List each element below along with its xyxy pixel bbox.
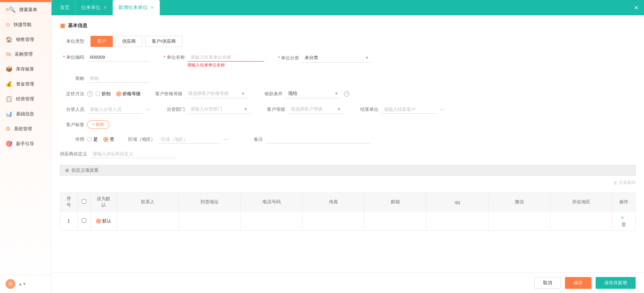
tab-home[interactable]: 首页 <box>54 0 76 15</box>
unit-name-input[interactable] <box>188 53 264 62</box>
cancel-button[interactable]: 取消 <box>534 277 561 289</box>
disabled-no[interactable]: 否 <box>103 136 114 143</box>
manager-more-icon[interactable]: ··· <box>146 106 150 113</box>
contact-input[interactable] <box>121 218 174 223</box>
sidebar-label-quick-nav: 快捷导航 <box>14 22 32 28</box>
email-input[interactable] <box>369 218 422 223</box>
row-qq[interactable] <box>426 211 488 231</box>
payment-terms-field: 收款条件 现结 ▼ ? <box>262 89 350 98</box>
sidebar-item-guide[interactable]: 🎯 新手引导 <box>0 136 51 151</box>
row-address[interactable] <box>179 211 241 231</box>
sidebar-item-finance[interactable]: 💰 资金管理 <box>0 76 51 91</box>
add-tag-button[interactable]: + 标签 <box>87 120 109 129</box>
delete-row-icon[interactable]: 🗑 <box>621 221 627 227</box>
sidebar-item-quick-nav[interactable]: ⊙ 快捷导航 <box>0 17 51 32</box>
section-title-basic-info: ▣ 基本信息 <box>60 22 636 29</box>
unit-name-input-wrap <box>188 53 264 62</box>
qq-input[interactable] <box>431 218 484 223</box>
address-input[interactable] <box>183 218 236 223</box>
yes-label: 是 <box>93 136 98 143</box>
phone-input[interactable] <box>245 218 298 223</box>
customer-price-level-placeholder: 请选择客户价格等级 <box>188 90 240 97</box>
sidebar-item-purchase[interactable]: 🛍 采购管理 <box>0 47 51 62</box>
type-btn-supplier[interactable]: 供应商 <box>116 36 142 47</box>
sidebar-item-operations[interactable]: 📋 经营管理 <box>0 91 51 106</box>
save-new-button[interactable]: 保存并新增 <box>596 277 636 289</box>
row-phone[interactable] <box>241 211 303 231</box>
gear-icon: ⚙ <box>65 168 69 173</box>
settlement-more-icon[interactable]: ··· <box>440 106 444 113</box>
row-location[interactable] <box>550 211 612 231</box>
tab-partners-close[interactable]: ✕ <box>103 5 107 10</box>
default-radio-inner <box>97 220 100 222</box>
close-all-icon[interactable]: ✕ <box>634 5 638 11</box>
operations-icon: 📋 <box>6 96 13 102</box>
tab-bar: 首页 往来单位 ✕ 新增往来单位 ✕ ✕ <box>52 0 644 15</box>
row-wechat[interactable] <box>488 211 550 231</box>
unit-code-input[interactable] <box>87 53 150 62</box>
batch-delete-button[interactable]: 🗑 批量删除 <box>613 180 636 186</box>
sidebar-label-sales: 销售管理 <box>16 36 34 43</box>
region-input[interactable] <box>158 135 221 144</box>
pricing-discount[interactable]: 折扣 <box>95 91 111 97</box>
price-level-radio-inner <box>118 93 120 95</box>
payment-terms-select[interactable]: 现结 ▼ <box>285 89 341 98</box>
add-row-icon[interactable]: ＋ <box>620 214 625 220</box>
disabled-label: 停用 <box>60 136 84 143</box>
disabled-field: 停用 是 否 <box>60 136 114 143</box>
save-button[interactable]: 保存 <box>565 277 591 289</box>
search-icon: ≡🔍 <box>6 6 16 13</box>
location-input[interactable] <box>555 218 608 223</box>
supplier-custom-input[interactable] <box>90 150 177 158</box>
custom-settings-button[interactable]: ⚙ 自定义项设置 <box>60 165 636 176</box>
sidebar-label-guide: 新手引导 <box>16 141 34 147</box>
abbreviation-input[interactable] <box>87 74 150 83</box>
row-checkbox-input[interactable] <box>82 218 86 223</box>
settlement-unit-input[interactable] <box>381 105 437 114</box>
pricing-row: 定价方法 ? 折扣 价格等级 客户价格等级 <box>60 89 636 98</box>
sidebar-item-basic-info[interactable]: 📊 基础信息 <box>0 106 51 121</box>
customer-price-level-select[interactable]: 请选择客户价格等级 ▼ <box>185 89 248 98</box>
department-select[interactable]: 请输入分管部门 ▼ <box>188 105 250 114</box>
pricing-question-icon[interactable]: ? <box>87 91 93 97</box>
customer-level-select[interactable]: 请选择客户等级 ▼ <box>288 105 344 114</box>
region-more-icon[interactable]: ··· <box>223 136 228 143</box>
unit-category-select[interactable]: 未分类 ▼ <box>302 53 371 63</box>
sidebar-item-system[interactable]: ⚙ 系统管理 <box>0 121 51 136</box>
type-btn-customer[interactable]: 客户 <box>91 36 113 47</box>
wechat-input[interactable] <box>493 218 546 223</box>
sidebar-item-inventory[interactable]: 📦 库存核算 <box>0 62 51 76</box>
row-contact[interactable] <box>117 211 179 231</box>
customer-level-field: 客户等级 请选择客户等级 ▼ <box>264 105 344 114</box>
tab-new-partner[interactable]: 新增往来单位 ✕ <box>113 0 160 15</box>
manager-input[interactable] <box>87 105 143 114</box>
unit-category-label: 单位分类 <box>278 55 299 61</box>
batch-delete-icon: 🗑 <box>613 180 618 185</box>
customer-level-label: 客户等级 <box>264 106 285 113</box>
pricing-price-level[interactable]: 价格等级 <box>116 91 141 97</box>
abbreviation-label: 简称 <box>60 75 84 82</box>
settlement-unit-field: 结算单位 ··· <box>358 105 444 114</box>
tab-new-partner-close[interactable]: ✕ <box>150 5 154 10</box>
row-fax[interactable] <box>303 211 364 231</box>
select-all-checkbox[interactable] <box>82 199 86 204</box>
fax-input[interactable] <box>307 218 360 223</box>
payment-question-icon[interactable]: ? <box>344 91 350 97</box>
payment-terms-label: 收款条件 <box>262 91 283 97</box>
row-email[interactable] <box>364 211 426 231</box>
row-default-radio[interactable]: 默认 <box>95 218 112 224</box>
payment-terms-value: 现结 <box>288 90 297 97</box>
row-checkbox <box>77 211 91 231</box>
sidebar-item-sales[interactable]: 🏠 销售管理 <box>0 32 51 47</box>
unit-type-row: 单位类型 客户 供应商 客户/供应商 <box>60 36 636 47</box>
footer: 取消 保存 保存并新增 <box>52 272 644 293</box>
tab-partners[interactable]: 往来单位 ✕ <box>76 0 113 15</box>
pricing-field: 定价方法 ? 折扣 价格等级 <box>60 91 141 97</box>
disabled-yes[interactable]: 是 <box>87 136 98 143</box>
remarks-input[interactable] <box>266 135 370 144</box>
col-qq: qq <box>426 193 488 211</box>
department-field: 分管部门 请输入分管部门 ▼ <box>164 105 250 114</box>
sidebar-item-search[interactable]: ≡🔍 搜索菜单 <box>0 2 51 17</box>
remarks-field: 备注 <box>242 135 370 144</box>
type-btn-both[interactable]: 客户/供应商 <box>145 36 182 47</box>
